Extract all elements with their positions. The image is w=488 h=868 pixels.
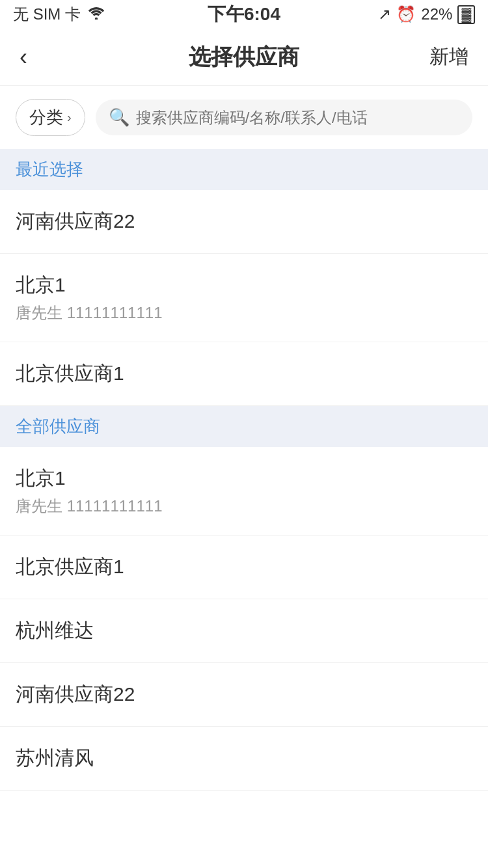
recent-list: 河南供应商22北京1唐先生 11111111111北京供应商1	[0, 190, 488, 406]
all-list: 北京1唐先生 11111111111北京供应商1杭州维达河南供应商22苏州清风	[0, 447, 488, 791]
item-name: 北京供应商1	[16, 554, 472, 580]
item-name: 北京1	[16, 272, 472, 299]
wifi-icon	[87, 5, 105, 23]
search-icon: 🔍	[109, 107, 129, 128]
alarm-icon: ⏰	[396, 5, 416, 23]
svg-point-0	[95, 18, 98, 20]
category-button[interactable]: 分类 ›	[16, 99, 85, 136]
search-box[interactable]: 🔍	[96, 100, 472, 135]
battery-text: 22%	[421, 5, 452, 23]
no-sim-text: 无 SIM 卡	[13, 4, 81, 25]
status-left: 无 SIM 卡	[13, 4, 105, 25]
page-title: 选择供应商	[189, 42, 299, 72]
item-name: 河南供应商22	[16, 681, 472, 708]
status-right: ↗ ⏰ 22% ▓	[378, 5, 475, 24]
list-item[interactable]: 北京供应商1	[0, 536, 488, 599]
recent-section-header: 最近选择	[0, 149, 488, 190]
item-sub: 唐先生 11111111111	[16, 303, 472, 323]
list-item[interactable]: 苏州清风	[0, 727, 488, 791]
item-name: 苏州清风	[16, 745, 472, 772]
list-item[interactable]: 北京1唐先生 11111111111	[0, 447, 488, 536]
location-icon: ↗	[378, 5, 391, 23]
new-action-button[interactable]: 新增	[429, 44, 468, 70]
back-button[interactable]: ‹	[20, 44, 59, 71]
search-input[interactable]	[136, 109, 459, 127]
list-item[interactable]: 河南供应商22	[0, 663, 488, 727]
list-item[interactable]: 北京供应商1	[0, 342, 488, 406]
item-name: 北京供应商1	[16, 360, 472, 387]
chevron-right-icon: ›	[67, 110, 72, 125]
status-bar: 无 SIM 卡 下午6:04 ↗ ⏰ 22% ▓	[0, 0, 488, 29]
item-sub: 唐先生 11111111111	[16, 496, 472, 517]
category-label: 分类	[29, 106, 63, 129]
filter-bar: 分类 › 🔍	[0, 86, 488, 149]
list-item[interactable]: 河南供应商22	[0, 190, 488, 254]
list-item[interactable]: 北京1唐先生 11111111111	[0, 254, 488, 342]
list-item[interactable]: 杭州维达	[0, 599, 488, 663]
item-name: 杭州维达	[16, 617, 472, 644]
all-section-header: 全部供应商	[0, 406, 488, 447]
battery-icon: ▓	[457, 5, 475, 24]
nav-bar: ‹ 选择供应商 新增	[0, 29, 488, 86]
status-time: 下午6:04	[208, 2, 280, 27]
item-name: 河南供应商22	[16, 208, 472, 235]
item-name: 北京1	[16, 465, 472, 492]
